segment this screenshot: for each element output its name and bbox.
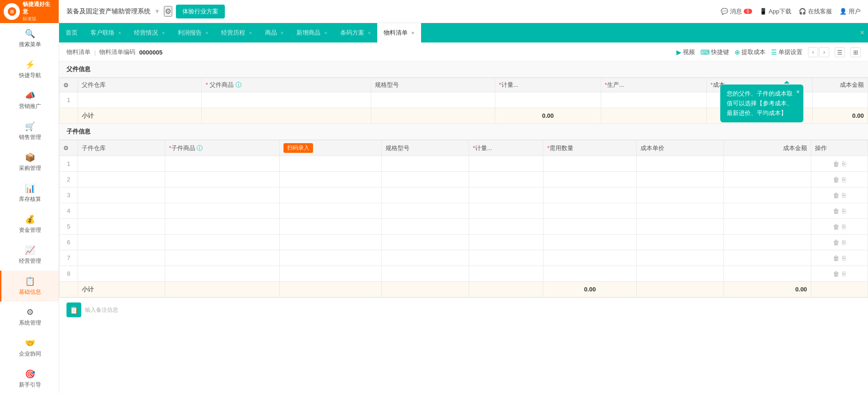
app-download-btn[interactable]: 📱 App下载 xyxy=(760,7,791,16)
child-product-6[interactable] xyxy=(165,235,279,250)
view-btn[interactable]: ▶ 视频 xyxy=(676,48,695,56)
child-product-2[interactable] xyxy=(165,172,279,187)
child-spec-5[interactable] xyxy=(382,219,469,235)
child-unit-cost-5[interactable] xyxy=(637,219,724,235)
child-unit-cost-4[interactable] xyxy=(637,203,724,219)
child-product-5[interactable] xyxy=(165,219,279,235)
single-setting-btn[interactable]: ☰ 单据设置 xyxy=(771,48,802,56)
child-spec-6[interactable] xyxy=(382,235,469,250)
child-unit-cost-3[interactable] xyxy=(637,187,724,203)
child-warehouse-1[interactable] xyxy=(78,156,165,172)
child-product-3[interactable] xyxy=(165,187,279,203)
child-unit-6[interactable] xyxy=(469,235,543,250)
sidebar-item-marketing[interactable]: 📣 营销推广 xyxy=(0,85,59,116)
tab-barcode[interactable]: 条码方案 × xyxy=(334,23,377,42)
child-unit-cost-7[interactable] xyxy=(637,250,724,266)
tab-goods-close[interactable]: × xyxy=(281,30,283,36)
child-scan-3[interactable] xyxy=(279,187,382,203)
sidebar-item-finance[interactable]: 💰 资金管理 xyxy=(0,209,59,240)
child-needed-qty-1[interactable] xyxy=(543,156,637,172)
copy-icon-3[interactable]: ⎘ xyxy=(842,192,846,199)
copy-icon-7[interactable]: ⎘ xyxy=(842,254,846,262)
tab-bom[interactable]: 物料清单 × xyxy=(377,23,421,42)
notes-icon[interactable]: 📋 xyxy=(66,302,81,317)
child-spec-3[interactable] xyxy=(382,187,469,203)
delete-icon-2[interactable]: 🗑 xyxy=(833,176,839,183)
child-scan-2[interactable] xyxy=(279,172,382,187)
close-all-tabs[interactable]: × xyxy=(856,29,868,37)
scan-input-btn[interactable]: 扫码录入 xyxy=(283,143,313,153)
delete-icon-4[interactable]: 🗑 xyxy=(833,207,839,215)
parent-warehouse-cell-1[interactable] xyxy=(78,92,202,108)
child-unit-7[interactable] xyxy=(469,250,543,266)
tab-profit[interactable]: 利润报告 × xyxy=(171,23,215,42)
child-warehouse-5[interactable] xyxy=(78,219,165,235)
child-unit-cost-8[interactable] xyxy=(637,266,724,282)
tab-goods[interactable]: 商品 × xyxy=(259,23,290,42)
child-needed-qty-8[interactable] xyxy=(543,266,637,282)
child-scan-6[interactable] xyxy=(279,235,382,250)
child-unit-3[interactable] xyxy=(469,187,543,203)
delete-icon-1[interactable]: 🗑 xyxy=(833,160,839,168)
sidebar-item-guide[interactable]: 🎯 新手引导 xyxy=(0,363,59,393)
child-th-gear[interactable]: ⚙ xyxy=(60,140,78,156)
copy-icon-2[interactable]: ⎘ xyxy=(842,176,846,183)
delete-icon-5[interactable]: 🗑 xyxy=(833,223,839,230)
child-spec-8[interactable] xyxy=(382,266,469,282)
parent-produce-cell-1[interactable] xyxy=(601,92,706,108)
parent-spec-cell-1[interactable] xyxy=(371,92,495,108)
tab-customer-close[interactable]: × xyxy=(118,30,121,36)
child-warehouse-6[interactable] xyxy=(78,235,165,250)
child-scan-8[interactable] xyxy=(279,266,382,282)
delete-icon-3[interactable]: 🗑 xyxy=(833,192,839,199)
child-unit-8[interactable] xyxy=(469,266,543,282)
prev-arrow[interactable]: ‹ xyxy=(808,47,818,57)
tab-bom-close[interactable]: × xyxy=(411,30,414,36)
copy-icon-6[interactable]: ⎘ xyxy=(842,239,846,246)
child-needed-qty-4[interactable] xyxy=(543,203,637,219)
child-scan-4[interactable] xyxy=(279,203,382,219)
child-unit-1[interactable] xyxy=(469,156,543,172)
child-product-8[interactable] xyxy=(165,266,279,282)
tab-history[interactable]: 经营历程 × xyxy=(215,23,258,42)
child-unit-4[interactable] xyxy=(469,203,543,219)
delete-icon-6[interactable]: 🗑 xyxy=(833,239,839,246)
sidebar-item-search[interactable]: 🔍 搜索菜单 xyxy=(0,23,59,54)
sidebar-item-purchase[interactable]: 📦 采购管理 xyxy=(0,147,59,178)
trial-button[interactable]: 体验行业方案 xyxy=(176,5,225,18)
child-needed-qty-3[interactable] xyxy=(543,187,637,203)
notes-placeholder[interactable]: 输入备注信息 xyxy=(85,306,118,314)
child-scan-1[interactable] xyxy=(279,156,382,172)
tab-barcode-close[interactable]: × xyxy=(368,30,371,36)
tab-profit-close[interactable]: × xyxy=(205,30,208,36)
tab-operations-status[interactable]: 经营情况 × xyxy=(127,23,171,42)
sidebar-item-quicknav[interactable]: ⚡ 快捷导航 xyxy=(0,54,59,85)
message-btn[interactable]: 💬 消息 6 xyxy=(721,7,752,16)
child-spec-2[interactable] xyxy=(382,172,469,187)
child-needed-qty-7[interactable] xyxy=(543,250,637,266)
sidebar-item-sales[interactable]: 🛒 销售管理 xyxy=(0,116,59,147)
sidebar-item-basic-info[interactable]: 📋 基础信息 xyxy=(0,271,59,302)
child-warehouse-2[interactable] xyxy=(78,172,165,187)
user-btn[interactable]: 👤 用户 xyxy=(839,7,861,16)
child-scan-7[interactable] xyxy=(279,250,382,266)
copy-icon-4[interactable]: ⎘ xyxy=(842,207,846,215)
online-service-btn[interactable]: 🎧 在线客服 xyxy=(799,7,832,16)
parent-unit-cell-1[interactable] xyxy=(495,92,601,108)
tab-history-close[interactable]: × xyxy=(249,30,252,36)
tab-home[interactable]: 首页 xyxy=(59,23,84,42)
copy-icon-5[interactable]: ⎘ xyxy=(842,223,846,230)
child-spec-7[interactable] xyxy=(382,250,469,266)
child-scan-5[interactable] xyxy=(279,219,382,235)
delete-icon-7[interactable]: 🗑 xyxy=(833,254,839,262)
child-unit-2[interactable] xyxy=(469,172,543,187)
shortcut-btn[interactable]: ⌨ 快捷键 xyxy=(700,48,729,56)
copy-icon-1[interactable]: ⎘ xyxy=(842,160,846,168)
parent-product-cell-1[interactable] xyxy=(202,92,371,108)
child-unit-cost-1[interactable] xyxy=(637,156,724,172)
grid-view-btn[interactable]: ☰ xyxy=(835,47,845,57)
child-unit-cost-2[interactable] xyxy=(637,172,724,187)
gear-button[interactable]: ⚙ xyxy=(164,6,172,17)
child-product-1[interactable] xyxy=(165,156,279,172)
child-needed-qty-5[interactable] xyxy=(543,219,637,235)
